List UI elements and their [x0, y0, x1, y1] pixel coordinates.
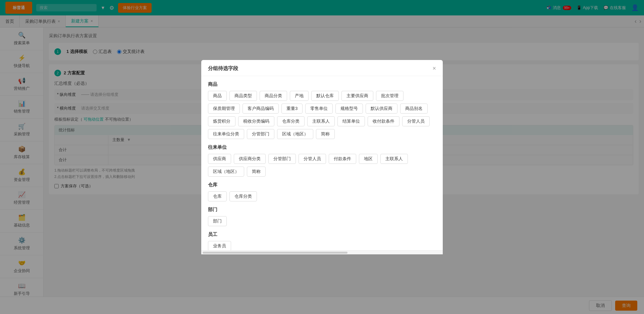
section-title-dept: 部门: [208, 207, 436, 213]
field-default-supplier[interactable]: 默认供应商: [366, 104, 397, 114]
field-retail-unit[interactable]: 零售单位: [305, 104, 333, 114]
section-title-employee: 员工: [208, 232, 436, 238]
field-warehouse-category[interactable]: 仓库分类: [277, 116, 305, 126]
field-partner-category[interactable]: 往来单位分类: [208, 129, 244, 139]
field-goods-alias[interactable]: 商品别名: [400, 104, 428, 114]
field-spec-model[interactable]: 规格型号: [335, 104, 363, 114]
field-main-contact[interactable]: 主联系人: [307, 116, 335, 126]
field-grid-dept: 部门: [208, 216, 436, 226]
modal-body: 商品 商品 商品类型 商品分类 产地 默认仓库 主要供应商 批次管理 保质期管理…: [201, 76, 443, 250]
field-grid-warehouse: 仓库 仓库分类: [208, 191, 436, 201]
field-manager[interactable]: 分管人员: [402, 116, 430, 126]
field-region[interactable]: 区域（地区）: [277, 129, 313, 139]
modal-close-btn[interactable]: ×: [432, 65, 436, 71]
modal-overlay: 分组待选字段 × 商品 商品 商品类型 商品分类 产地 默认仓库 主要供应商 批…: [0, 0, 644, 314]
field-grid-goods: 商品 商品类型 商品分类 产地 默认仓库 主要供应商 批次管理 保质期管理 客户…: [208, 91, 436, 139]
field-grid-employee: 业务员: [208, 241, 436, 250]
field-mgmt-dept[interactable]: 分管部门: [268, 154, 296, 164]
field-supplier[interactable]: 供应商: [208, 154, 231, 164]
field-goods[interactable]: 商品: [208, 91, 227, 101]
field-warehouse-cat[interactable]: 仓库分类: [229, 191, 257, 201]
modal-header: 分组待选字段 ×: [201, 60, 443, 76]
field-region2[interactable]: 区域（地区）: [208, 167, 244, 177]
field-settlement-unit[interactable]: 结算单位: [337, 116, 365, 126]
field-contact[interactable]: 主联系人: [380, 154, 408, 164]
field-goods-category[interactable]: 商品分类: [260, 91, 287, 101]
field-goods-type[interactable]: 商品类型: [229, 91, 257, 101]
field-shelf-life[interactable]: 保质期管理: [208, 104, 240, 114]
modal-scrollbar: [201, 250, 443, 254]
field-selection-modal: 分组待选字段 × 商品 商品 商品类型 商品分类 产地 默认仓库 主要供应商 批…: [201, 60, 443, 254]
field-batch-mgmt[interactable]: 批次管理: [376, 91, 404, 101]
field-customer-goods-code[interactable]: 客户商品编码: [243, 104, 279, 114]
field-abbr[interactable]: 简称: [247, 167, 266, 177]
field-weight3[interactable]: 重量3: [281, 104, 303, 114]
field-payment-terms[interactable]: 收付款条件: [368, 116, 399, 126]
field-short-name[interactable]: 简称: [316, 129, 335, 139]
field-grid-partner: 供应商 供应商分类 分管部门 分管人员 付款条件 地区 主联系人 区域（地区） …: [208, 154, 436, 177]
section-title-partner: 往来单位: [208, 144, 436, 150]
field-tax-code[interactable]: 税收分类编码: [238, 116, 274, 126]
field-refine-points[interactable]: 炼货积分: [208, 116, 235, 126]
field-pay-terms[interactable]: 付款条件: [329, 154, 356, 164]
section-title-goods: 商品: [208, 81, 436, 87]
field-department[interactable]: 部门: [208, 216, 227, 226]
section-title-warehouse: 仓库: [208, 182, 436, 188]
field-area[interactable]: 地区: [359, 154, 378, 164]
field-warehouse[interactable]: 仓库: [208, 191, 227, 201]
modal-title: 分组待选字段: [208, 65, 238, 72]
field-main-supplier[interactable]: 主要供应商: [341, 91, 373, 101]
field-default-warehouse[interactable]: 默认仓库: [311, 91, 339, 101]
field-salesperson[interactable]: 业务员: [208, 241, 231, 250]
field-dept[interactable]: 分管部门: [247, 129, 274, 139]
field-mgmt-person[interactable]: 分管人员: [299, 154, 326, 164]
field-origin[interactable]: 产地: [290, 91, 309, 101]
field-supplier-category[interactable]: 供应商分类: [234, 154, 266, 164]
